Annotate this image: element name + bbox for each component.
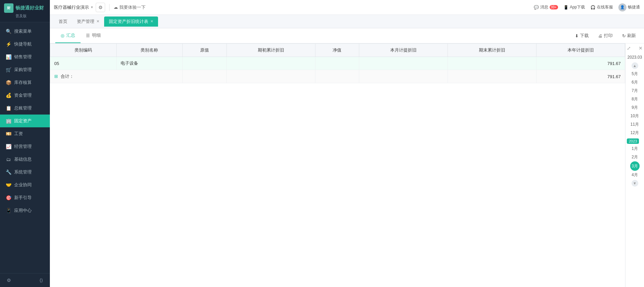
detail-label: 明细 xyxy=(92,32,101,38)
expand-panel-button[interactable]: ⤢ xyxy=(627,45,631,51)
company-selector[interactable]: 医疗器械行业演示 ▾ xyxy=(54,4,93,10)
month-7[interactable]: 7月 xyxy=(625,87,644,95)
scroll-down-button[interactable]: ▼ xyxy=(632,180,638,187)
divider xyxy=(109,4,110,11)
total-row: ⊞ 合计： 791.67 xyxy=(50,70,625,83)
sidebar-item-库存核算[interactable]: 📦库存核算 xyxy=(0,76,50,89)
close-icon[interactable]: ✕ xyxy=(150,19,153,24)
month-8[interactable]: 8月 xyxy=(625,95,644,103)
sidebar-item-销售管理[interactable]: 📊销售管理 xyxy=(0,51,50,63)
month-9[interactable]: 9月 xyxy=(625,103,644,112)
print-label: 打印 xyxy=(604,33,613,39)
nav-icon: 📱 xyxy=(5,208,11,214)
app-download-button[interactable]: 📱 App下载 xyxy=(563,4,585,10)
panel-header: 2023.03 xyxy=(625,54,644,61)
app-title: 畅捷通好业财 xyxy=(16,5,44,11)
sidebar-item-系统管理[interactable]: 🔧系统管理 xyxy=(0,166,50,179)
message-button[interactable]: 💬 消息 99+ xyxy=(534,4,558,10)
month-10[interactable]: 10月 xyxy=(625,112,644,120)
nav-label: 搜索菜单 xyxy=(14,28,32,34)
year-2023-group: 1月 2月 3月 4月 xyxy=(625,145,644,179)
user-menu[interactable]: 👤 畅捷通 xyxy=(618,3,640,11)
settings-button[interactable]: ⚙ xyxy=(96,3,105,12)
table-row: 05 电子设备 791.67 xyxy=(50,57,625,70)
sidebar-item-采购管理[interactable]: 🛒采购管理 xyxy=(0,63,50,76)
sidebar-item-企业协同[interactable]: 🤝企业协同 xyxy=(0,179,50,191)
company-name: 医疗器械行业演示 xyxy=(54,4,89,10)
customer-service-button[interactable]: 🎧 在线客服 xyxy=(590,4,613,10)
nav-icon: 🔍 xyxy=(5,28,11,34)
nav-icon: 🏢 xyxy=(5,118,11,124)
right-panel: ✕ ⤢ 2023.03 ▲ 5月 6月 7月 8月 9月 10月 11月 12月… xyxy=(625,43,644,287)
sidebar-item-总账管理[interactable]: 📋总账管理 xyxy=(0,102,50,115)
settings-icon[interactable]: ⚙ xyxy=(5,277,12,284)
year-2022-group: 5月 6月 7月 8月 9月 10月 11月 12月 xyxy=(625,70,644,137)
tab-depreciation-report[interactable]: 固定资产折旧统计表 ✕ xyxy=(104,17,158,27)
nav-label: 应用中心 xyxy=(14,208,32,214)
sidebar-item-搜索菜单[interactable]: 🔍搜索菜单 xyxy=(0,25,50,38)
nav-label: 固定资产 xyxy=(14,118,32,124)
month-11[interactable]: 11月 xyxy=(625,120,644,129)
total-end-dep xyxy=(448,70,536,83)
logo-icon: 财 xyxy=(4,3,13,13)
tabs-bar: 首页 资产管理 ✕ 固定资产折旧统计表 ✕ xyxy=(50,15,644,28)
tab-asset-label: 资产管理 xyxy=(77,19,94,25)
total-label: 合计： xyxy=(61,74,74,79)
app-version: 普及版 xyxy=(16,13,46,19)
experience-button[interactable]: ☁ 我要体验一下 xyxy=(114,4,146,10)
sidebar-item-快捷导航[interactable]: ⚡快捷导航 xyxy=(0,38,50,51)
nav-icon: 🗂 xyxy=(5,156,11,162)
sidebar-item-应用中心[interactable]: 📱应用中心 xyxy=(0,204,50,217)
topbar-right: 💬 消息 99+ 📱 App下载 🎧 在线客服 👤 畅捷通 xyxy=(534,3,640,11)
nav-icon: 💰 xyxy=(5,92,11,98)
nav-icon: 📦 xyxy=(5,79,11,86)
collapse-icon[interactable]: ⟨⟩ xyxy=(38,277,44,284)
detail-icon: ☰ xyxy=(86,33,90,38)
sidebar-item-新手引导[interactable]: 🎯新手引导 xyxy=(0,191,50,204)
summary-label: 汇总 xyxy=(66,32,75,38)
nav-label: 销售管理 xyxy=(14,54,32,60)
year-2023-badge: 2023 xyxy=(627,138,639,144)
message-icon: 💬 xyxy=(534,5,539,10)
tab-detail[interactable]: ☰ 明细 xyxy=(81,28,106,43)
nav-label: 总账管理 xyxy=(14,105,32,111)
nav-icon: 🛒 xyxy=(5,67,11,73)
summary-icon: ◎ xyxy=(61,33,64,38)
tab-summary[interactable]: ◎ 汇总 xyxy=(55,28,81,43)
month-6[interactable]: 6月 xyxy=(625,78,644,87)
tab-home[interactable]: 首页 xyxy=(54,17,72,27)
sidebar-item-固定资产[interactable]: 🏢固定资产 xyxy=(0,115,50,127)
month-1[interactable]: 1月 xyxy=(625,145,644,153)
sidebar-item-工资[interactable]: 💴工资 xyxy=(0,127,50,140)
month-12[interactable]: 12月 xyxy=(625,129,644,137)
col-month-dep: 本月计提折旧 xyxy=(359,44,448,57)
month-5[interactable]: 5月 xyxy=(625,70,644,78)
month-4[interactable]: 4月 xyxy=(625,171,644,179)
print-button[interactable]: 🖨 打印 xyxy=(595,31,615,40)
nav-label: 库存核算 xyxy=(14,79,32,86)
nav-icon: ⚡ xyxy=(5,41,11,47)
col-year-dep: 本年计提折旧 xyxy=(536,44,625,57)
panel-content: 2023.03 ▲ 5月 6月 7月 8月 9月 10月 11月 12月 202… xyxy=(625,54,644,187)
sidebar-footer: ⚙ ⟨⟩ xyxy=(0,273,50,287)
tab-asset-management[interactable]: 资产管理 ✕ xyxy=(72,17,104,27)
download-button[interactable]: ⬇ 下载 xyxy=(572,31,591,40)
app-download-label: App下载 xyxy=(570,4,585,10)
refresh-icon: ↻ xyxy=(622,33,626,38)
month-2[interactable]: 2月 xyxy=(625,153,644,161)
col-original: 原值 xyxy=(183,44,226,57)
nav-label: 新手引导 xyxy=(14,195,32,201)
month-3[interactable]: 3月 xyxy=(630,161,640,171)
close-panel-button[interactable]: ✕ xyxy=(639,45,643,51)
message-badge: 99+ xyxy=(550,5,558,9)
scroll-up-button[interactable]: ▲ xyxy=(632,62,638,69)
sidebar-item-基础信息[interactable]: 🗂基础信息 xyxy=(0,153,50,166)
nav-label: 系统管理 xyxy=(14,169,32,175)
refresh-button[interactable]: ↻ 刷新 xyxy=(619,31,639,40)
nav-icon: 💴 xyxy=(5,131,11,137)
close-icon[interactable]: ✕ xyxy=(96,19,99,24)
sidebar-item-资金管理[interactable]: 💰资金管理 xyxy=(0,89,50,102)
nav-label: 快捷导航 xyxy=(14,41,32,47)
sidebar-item-经营管理[interactable]: 📈经营管理 xyxy=(0,140,50,153)
topbar: 医疗器械行业演示 ▾ ⚙ ☁ 我要体验一下 💬 消息 99+ 📱 App下载 🎧… xyxy=(50,0,644,15)
